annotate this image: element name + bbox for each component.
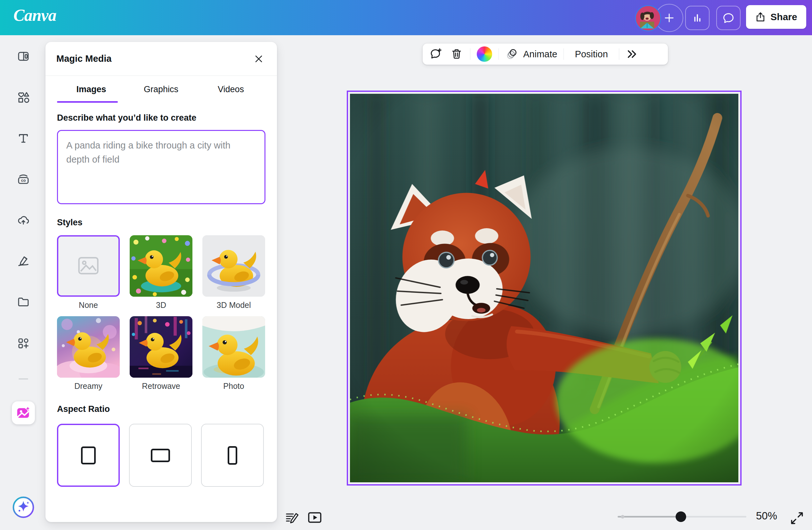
- expand-icon: [789, 511, 804, 526]
- share-icon: [755, 12, 766, 23]
- style-option-retrowave[interactable]: Retrowave: [130, 316, 192, 391]
- style-thumb-photo[interactable]: [202, 316, 265, 378]
- animate-button[interactable]: Animate: [505, 47, 557, 61]
- style-option-3d-model[interactable]: 3D Model: [202, 235, 265, 310]
- zoom-slider-fill: [618, 516, 680, 517]
- sparkle-assistant-icon: [12, 496, 35, 519]
- style-thumb-retrowave[interactable]: [130, 316, 192, 378]
- sidebar-item-canva-assistant[interactable]: [12, 496, 35, 519]
- top-bar: Canva: [0, 0, 812, 35]
- insights-button[interactable]: [685, 6, 710, 30]
- active-tab-underline: [57, 101, 118, 103]
- zoom-fit-marker: [621, 515, 624, 518]
- apps-grid-icon: [17, 336, 30, 350]
- style-label: 3D Model: [202, 300, 265, 310]
- style-thumb-dreamy[interactable]: [57, 316, 120, 378]
- panel-header: Magic Media: [45, 42, 277, 76]
- styles-grid: None: [57, 235, 265, 391]
- style-thumb-3d-model[interactable]: [202, 235, 265, 297]
- add-comment-button[interactable]: [429, 47, 443, 61]
- canvas-image[interactable]: [350, 94, 738, 482]
- comments-button[interactable]: [716, 6, 741, 30]
- position-button[interactable]: Position: [570, 49, 612, 60]
- double-chevron-right-icon: [626, 48, 638, 60]
- tab-images[interactable]: Images: [56, 76, 126, 103]
- sidebar-item-apps[interactable]: [14, 334, 32, 352]
- svg-text:co: co: [21, 178, 26, 183]
- magic-media-icon: [16, 406, 30, 420]
- aspect-option-landscape[interactable]: [129, 424, 192, 487]
- canvas-selected-element[interactable]: [347, 91, 742, 486]
- toolbar-divider: [619, 48, 619, 60]
- fullscreen-button[interactable]: [789, 511, 804, 527]
- speech-bubble-icon: [721, 11, 736, 25]
- context-toolbar: Animate Position: [423, 44, 668, 65]
- present-button[interactable]: [307, 510, 323, 526]
- describe-label: Describe what you’d like to create: [57, 113, 265, 123]
- style-option-dreamy[interactable]: Dreamy: [57, 316, 120, 391]
- prompt-input[interactable]: [57, 130, 265, 204]
- bar-chart-icon: [690, 11, 705, 25]
- aspect-ratio-heading: Aspect Ratio: [57, 404, 265, 414]
- sidebar-item-brand[interactable]: co: [14, 170, 32, 188]
- close-panel-button[interactable]: [251, 51, 266, 66]
- animate-label: Animate: [523, 49, 557, 60]
- notes-icon: [284, 510, 300, 526]
- cloud-upload-icon: [17, 213, 30, 226]
- tab-videos[interactable]: Videos: [196, 76, 266, 103]
- sidebar-divider: [18, 378, 28, 380]
- aspect-option-portrait[interactable]: [201, 424, 264, 487]
- style-thumb-3d[interactable]: [130, 235, 192, 297]
- portrait-ratio-icon: [228, 446, 237, 465]
- sidebar-item-draw[interactable]: [14, 252, 32, 269]
- aspect-option-square[interactable]: [57, 424, 120, 487]
- play-icon: [307, 510, 323, 526]
- close-icon: [253, 54, 264, 64]
- style-label: Photo: [202, 382, 265, 391]
- landscape-ratio-icon: [151, 449, 170, 462]
- square-ratio-icon: [81, 446, 96, 465]
- text-icon: [17, 132, 30, 145]
- style-option-3d[interactable]: 3D: [130, 235, 192, 310]
- share-label: Share: [770, 12, 797, 23]
- style-label: 3D: [130, 300, 192, 310]
- panel-tabs: Images Graphics Videos: [45, 76, 277, 103]
- draw-pen-icon: [17, 254, 30, 267]
- share-button[interactable]: Share: [746, 5, 806, 29]
- zoom-percentage[interactable]: 50%: [753, 510, 780, 522]
- style-label: Dreamy: [57, 382, 120, 391]
- style-thumb-none[interactable]: [57, 235, 120, 297]
- aspect-ratio-options: [57, 424, 265, 487]
- shapes-icon: [17, 91, 30, 104]
- zoom-slider-thumb[interactable]: [676, 512, 686, 522]
- toolbar-divider: [498, 48, 499, 60]
- delete-button[interactable]: [450, 47, 464, 61]
- trash-icon: [450, 47, 464, 61]
- notes-button[interactable]: [284, 510, 300, 526]
- plus-icon: [662, 11, 676, 25]
- toolbar-divider: [470, 48, 470, 60]
- more-tools-button[interactable]: [626, 48, 638, 60]
- sidebar-item-uploads[interactable]: [14, 211, 32, 229]
- styles-heading: Styles: [57, 218, 265, 227]
- sidebar-item-magic-media[interactable]: [12, 401, 35, 424]
- style-label: Retrowave: [130, 382, 192, 391]
- style-label: None: [57, 300, 120, 310]
- style-option-photo[interactable]: Photo: [202, 316, 265, 391]
- tab-graphics[interactable]: Graphics: [126, 76, 196, 103]
- zoom-slider[interactable]: [618, 516, 746, 517]
- brand-hub-icon: co: [17, 173, 30, 186]
- toolbar-divider: [564, 48, 564, 60]
- color-picker-button[interactable]: [477, 46, 492, 62]
- animate-icon: [505, 47, 519, 61]
- folder-icon: [17, 295, 30, 309]
- sidebar-item-projects[interactable]: [14, 293, 32, 311]
- style-option-none[interactable]: None: [57, 235, 120, 310]
- add-comment-icon: [429, 47, 443, 61]
- sidebar-item-elements[interactable]: [14, 88, 32, 106]
- canva-logo[interactable]: Canva: [13, 6, 56, 25]
- sidebar-item-text[interactable]: [14, 129, 32, 147]
- avatar[interactable]: [635, 5, 661, 31]
- sidebar-item-design[interactable]: [14, 47, 32, 65]
- magic-media-panel: Magic Media Images Graphics Videos Descr…: [45, 42, 277, 522]
